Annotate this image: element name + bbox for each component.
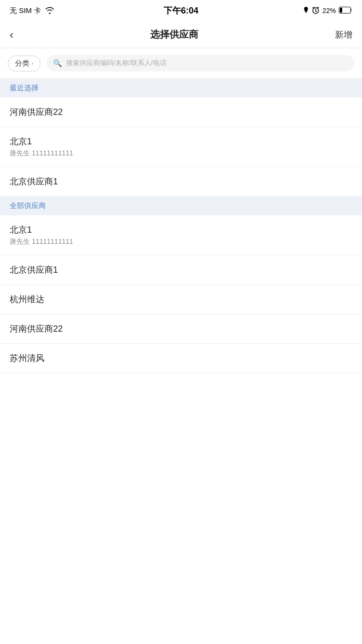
- supplier-name: 北京供应商1: [10, 176, 352, 187]
- supplier-name: 河南供应商22: [10, 106, 352, 118]
- list-item[interactable]: 北京1唐先生 11111111111: [0, 215, 362, 255]
- supplier-contact: 唐先生 11111111111: [10, 238, 352, 246]
- search-box[interactable]: 🔍 搜索供应商编码/名称/联系人/电话: [46, 55, 354, 71]
- status-time: 下午6:04: [164, 5, 198, 16]
- list-item[interactable]: 河南供应商22: [0, 314, 362, 344]
- list-item[interactable]: 河南供应商22: [0, 98, 362, 127]
- status-bar: 无 SIM 卡 下午6:04 22%: [0, 0, 362, 21]
- location-icon: [303, 6, 309, 15]
- list-item[interactable]: 杭州维达: [0, 285, 362, 314]
- battery-icon: [339, 7, 352, 15]
- alarm-icon: [312, 6, 320, 15]
- svg-rect-2: [340, 8, 342, 13]
- list-item[interactable]: 北京供应商1: [0, 255, 362, 285]
- back-button[interactable]: ‹: [10, 28, 14, 42]
- search-placeholder: 搜索供应商编码/名称/联系人/电话: [66, 59, 167, 68]
- nav-bar: ‹ 选择供应商 新增: [0, 21, 362, 48]
- supplier-name: 北京供应商1: [10, 264, 352, 276]
- section-header-recent: 最近选择: [0, 79, 362, 98]
- wifi-icon: [45, 6, 55, 15]
- section-header-text-all: 全部供应商: [10, 201, 46, 210]
- supplier-contact: 唐先生 11111111111: [10, 149, 352, 158]
- supplier-name: 河南供应商22: [10, 323, 352, 335]
- search-icon: 🔍: [53, 59, 62, 68]
- supplier-name: 北京1: [10, 224, 352, 236]
- filter-bar: 分类 › 🔍 搜索供应商编码/名称/联系人/电话: [0, 48, 362, 79]
- status-right: 22%: [303, 6, 352, 15]
- status-left: 无 SIM 卡: [10, 6, 55, 15]
- supplier-name: 杭州维达: [10, 294, 352, 305]
- section-header-all: 全部供应商: [0, 196, 362, 215]
- list-item[interactable]: 苏州清风: [0, 344, 362, 373]
- list-item[interactable]: 北京供应商1: [0, 167, 362, 196]
- supplier-name: 苏州清风: [10, 352, 352, 364]
- supplier-name: 北京1: [10, 136, 352, 147]
- section-header-text-recent: 最近选择: [10, 84, 39, 92]
- no-sim-label: 无 SIM 卡: [10, 6, 41, 15]
- new-action-button[interactable]: 新增: [335, 29, 352, 41]
- list-item[interactable]: 北京1唐先生 11111111111: [0, 127, 362, 167]
- page-title: 选择供应商: [150, 28, 198, 41]
- chevron-right-icon: ›: [31, 60, 33, 67]
- battery-label: 22%: [322, 7, 336, 14]
- supplier-list: 最近选择河南供应商22北京1唐先生 11111111111北京供应商1全部供应商…: [0, 79, 362, 373]
- category-button[interactable]: 分类 ›: [8, 56, 41, 71]
